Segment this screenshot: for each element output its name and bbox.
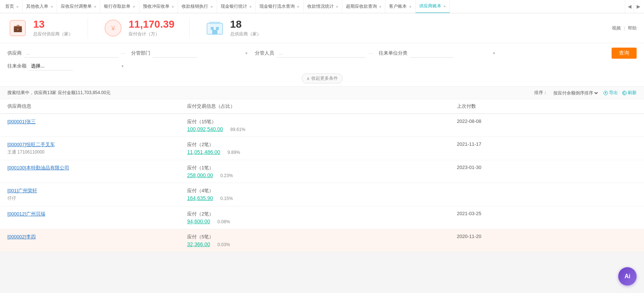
- tx-info-cell: 应付（1笔） 258,000.00 0.23%: [187, 165, 457, 178]
- supplier-dots-icon[interactable]: ···: [121, 50, 125, 56]
- category-select[interactable]: [410, 49, 454, 58]
- tx-percent: 9.89%: [228, 150, 240, 155]
- close-icon[interactable]: ×: [297, 4, 299, 9]
- nav-arrows: ◀ ▶: [625, 0, 643, 13]
- total-payable-num: 11,170.39: [129, 19, 175, 30]
- nav-tab-supplier-account[interactable]: 供应商账本 ×: [416, 0, 450, 13]
- close-icon[interactable]: ×: [50, 4, 53, 9]
- supplier-link[interactable]: [000012]广州贝瑞: [7, 211, 45, 217]
- ai-assistant-button[interactable]: Ai: [618, 267, 637, 286]
- nav-tab-home[interactable]: 首页 ×: [1, 0, 22, 13]
- header-tx-info: 应付交易信息（占比）: [187, 103, 457, 110]
- supplier-label: 供应商: [7, 50, 22, 56]
- last-pay-cell: 2023-01-30: [457, 165, 637, 170]
- nav-right-arrow[interactable]: ▶: [634, 0, 643, 13]
- department-chevron-icon: ▾: [245, 51, 248, 56]
- table-row: [001]广州荣轩 仔仔 应付（4笔） 164,635.90 0.15%: [0, 183, 644, 206]
- table-row: [000100]本特勤油品有限公司 应付（1笔） 258,000.00 0.23…: [0, 160, 644, 183]
- supplier-link[interactable]: [000100]本特勤油品有限公司: [7, 165, 69, 170]
- supplier-info-cell: [000001]张三: [7, 118, 187, 125]
- tx-amount[interactable]: 258,000.00: [187, 172, 213, 178]
- tx-label: 应付（5笔）: [187, 234, 457, 240]
- person-input[interactable]: [276, 49, 366, 58]
- nav-tab-overdue-query[interactable]: 超期应收款查询 ×: [342, 0, 385, 13]
- header-last-pay: 上次付数: [457, 103, 637, 110]
- supplier-link[interactable]: [001]广州荣轩: [7, 188, 37, 193]
- table-header: 供应商信息 应付交易信息（占比） 上次付数: [0, 99, 644, 114]
- refresh-button[interactable]: 刷新: [622, 90, 637, 96]
- tx-percent: 0.03%: [217, 242, 230, 247]
- supplier-link[interactable]: [000001]张三: [7, 119, 36, 124]
- balance-select-wrap: 选择... ▾: [29, 62, 125, 70]
- nav-tab-prepay-charge[interactable]: 预收冲应收单 ×: [139, 0, 178, 13]
- nav-tab-receipt-exec[interactable]: 收款核销执行 ×: [178, 0, 217, 13]
- tx-percent: 89.61%: [230, 127, 245, 132]
- last-pay-date: 2020-11-20: [457, 234, 482, 239]
- category-chevron-icon: ▾: [493, 51, 495, 56]
- filter-balance: 往来余额 选择... ▾: [7, 62, 125, 70]
- nav-tab-customer-account[interactable]: 客户账本 ×: [385, 0, 415, 13]
- tx-label: 应付（2笔）: [187, 141, 457, 148]
- tx-amount[interactable]: 11,051,486.00: [187, 149, 220, 155]
- close-icon[interactable]: ×: [379, 4, 381, 9]
- close-icon[interactable]: ×: [133, 4, 135, 9]
- table-row: [000002]李四 应付（5笔） 32,366.00 0.03% 2020-1…: [0, 229, 644, 252]
- nav-tab-cash-bank-flow[interactable]: 现金银行流水查询 ×: [256, 0, 303, 13]
- close-icon[interactable]: ×: [444, 4, 446, 8]
- person-dots-icon[interactable]: ···: [368, 50, 373, 56]
- filter-department: 分管部门 ▾: [131, 49, 249, 58]
- svg-rect-6: [216, 27, 219, 30]
- balance-select[interactable]: 选择...: [29, 62, 73, 70]
- category-label: 往来单位分类: [379, 50, 407, 56]
- supplier-input[interactable]: [24, 49, 119, 58]
- close-icon[interactable]: ×: [336, 4, 338, 9]
- close-icon[interactable]: ×: [409, 4, 411, 9]
- export-button[interactable]: 导出: [603, 90, 618, 96]
- filter-row-2: 往来余额 选择... ▾: [7, 62, 637, 70]
- svg-text:💼: 💼: [13, 24, 22, 32]
- payable-suppliers-label: 总应付供应商（家）: [33, 31, 73, 37]
- help-link[interactable]: 帮助: [628, 25, 637, 31]
- tx-percent: 0.08%: [217, 219, 230, 224]
- nav-tab-receipt-stat[interactable]: 收款情况统计 ×: [304, 0, 342, 13]
- person-label: 分管人员: [255, 50, 274, 56]
- supplier-info-cell: [000012]广州贝瑞: [7, 211, 187, 217]
- supplier-link[interactable]: [000007]恒旺二手叉车: [7, 142, 55, 147]
- department-select[interactable]: [153, 49, 197, 58]
- sort-select[interactable]: 按应付余额倒序排序: [552, 90, 599, 96]
- tx-amount[interactable]: 164,635.90: [187, 195, 213, 201]
- sort-label: 排序：: [534, 90, 547, 96]
- supplier-link[interactable]: [000002]李四: [7, 234, 36, 239]
- collapse-button[interactable]: ∧ 收起更多条件: [302, 73, 343, 83]
- total-payable-icon: ¥: [103, 18, 123, 38]
- summary-text-total-payable: 11,170.39 应付合计（万）: [129, 19, 175, 37]
- close-icon[interactable]: ×: [172, 4, 174, 9]
- result-bar-actions: 排序： 按应付余额倒序排序 导出 刷新: [534, 90, 637, 96]
- summary-header: 💼 13 总应付供应商（家） ¥ 11,170.39 应付合计（万）: [0, 13, 644, 43]
- last-pay-cell: 2022-08-08: [457, 118, 637, 124]
- close-icon[interactable]: ×: [16, 4, 18, 9]
- close-icon[interactable]: ×: [210, 4, 213, 9]
- tx-amount[interactable]: 94,600.00: [187, 218, 210, 224]
- nav-tab-other-income[interactable]: 其他收入单 ×: [22, 0, 57, 13]
- supplier-info-cell: [000002]李四: [7, 234, 187, 240]
- total-payable-label: 应付合计（万）: [129, 31, 175, 37]
- video-link[interactable]: 视频: [612, 25, 621, 31]
- tx-amount[interactable]: 32,366.00: [187, 241, 210, 247]
- refresh-icon: [622, 91, 627, 95]
- tx-amount[interactable]: 100,092,540.00: [187, 126, 223, 132]
- nav-left-arrow[interactable]: ◀: [625, 0, 634, 13]
- close-icon[interactable]: ×: [249, 4, 252, 9]
- total-suppliers-icon: [204, 18, 225, 38]
- supplier-info-cell: [000007]恒旺二手叉车 王通 17106110000: [7, 141, 187, 155]
- summary-text-payable-suppliers: 13 总应付供应商（家）: [33, 19, 73, 37]
- department-label: 分管部门: [131, 50, 150, 56]
- export-label: 导出: [609, 90, 618, 96]
- department-select-wrap: ▾: [153, 49, 249, 58]
- nav-tab-cash-bank-stat[interactable]: 现金银行统计 ×: [217, 0, 256, 13]
- query-button[interactable]: 查询: [612, 48, 637, 59]
- close-icon[interactable]: ×: [94, 4, 96, 9]
- nav-tab-ap-adjust[interactable]: 应收应付调整单 ×: [57, 0, 100, 13]
- data-table: 供应商信息 应付交易信息（占比） 上次付数 [000001]张三 应付（15笔）…: [0, 99, 644, 252]
- nav-tab-bank-deposit[interactable]: 银行存取款单 ×: [100, 0, 139, 13]
